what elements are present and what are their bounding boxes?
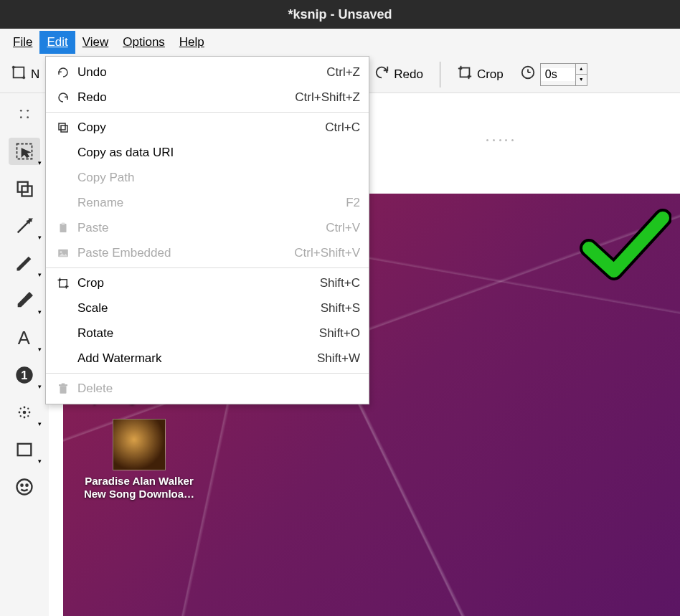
window-title: *ksnip - Unsaved xyxy=(288,7,392,22)
menu-item-rotate[interactable]: Rotate Shift+O xyxy=(46,321,369,346)
svg-point-26 xyxy=(19,412,21,414)
menu-options[interactable]: Options xyxy=(115,31,172,54)
svg-point-25 xyxy=(23,411,27,414)
desktop-icon-2-label: Paradise Alan Walker New Song Downloa… xyxy=(82,475,197,502)
delay-step-up[interactable]: ▲ xyxy=(576,64,587,75)
redo-icon xyxy=(374,65,389,84)
trash-icon xyxy=(55,382,72,395)
menu-item-copy[interactable]: Copy Ctrl+C xyxy=(46,115,369,140)
menu-file[interactable]: File xyxy=(6,31,39,54)
menu-item-copy-path: Copy Path xyxy=(46,165,369,190)
tool-number[interactable]: 1 ▾ xyxy=(9,361,40,389)
svg-point-30 xyxy=(20,408,22,409)
tool-grip[interactable] xyxy=(9,100,40,128)
tool-select[interactable]: ▾ xyxy=(9,138,40,165)
tool-marker[interactable]: ▾ xyxy=(9,287,40,314)
menu-item-crop[interactable]: Crop Shift+C xyxy=(46,270,369,295)
tool-duplicate[interactable] xyxy=(9,175,40,202)
menu-edit[interactable]: Edit xyxy=(39,31,75,54)
svg-rect-38 xyxy=(59,123,65,130)
svg-point-36 xyxy=(21,485,22,486)
svg-rect-34 xyxy=(18,444,32,455)
desktop-icon-2[interactable]: Paradise Alan Walker New Song Downloa… xyxy=(82,419,197,502)
menu-item-rename: Rename F2 xyxy=(46,190,369,215)
copy-icon xyxy=(55,121,72,134)
menubar: File Edit View Options Help xyxy=(0,29,680,56)
crop-button[interactable]: Crop xyxy=(450,61,510,87)
tool-blur[interactable]: ▾ xyxy=(9,399,40,426)
thumbnail-icon xyxy=(113,419,166,470)
svg-point-29 xyxy=(24,417,26,419)
delay-input-box[interactable]: ▲ ▼ xyxy=(540,63,587,86)
svg-point-37 xyxy=(26,485,27,486)
svg-point-15 xyxy=(20,116,22,118)
image-icon xyxy=(55,247,72,260)
menu-item-watermark[interactable]: Add Watermark Shift+W xyxy=(46,346,369,371)
menu-item-redo[interactable]: Redo Ctrl+Shift+Z xyxy=(46,85,369,110)
crop-rect-icon xyxy=(11,65,27,84)
tool-pen[interactable]: ▾ xyxy=(9,250,40,277)
menu-item-undo[interactable]: Undo Ctrl+Z xyxy=(46,60,369,85)
tool-sticker[interactable] xyxy=(9,473,40,501)
new-button[interactable]: N xyxy=(4,61,46,87)
svg-rect-39 xyxy=(61,125,67,132)
svg-point-32 xyxy=(20,415,22,417)
svg-point-35 xyxy=(17,480,32,495)
crop-icon xyxy=(55,277,72,290)
redo-icon xyxy=(55,91,72,104)
svg-point-13 xyxy=(20,110,22,112)
svg-text:A: A xyxy=(18,328,31,348)
menu-item-paste-embedded: Paste Embedded Ctrl+Shift+V xyxy=(46,240,369,265)
undo-icon xyxy=(55,66,72,79)
redo-button[interactable]: Redo xyxy=(367,61,430,87)
window-titlebar: *ksnip - Unsaved xyxy=(0,0,680,29)
checkmark-annotation[interactable] xyxy=(578,205,671,287)
drag-handle-icon[interactable] xyxy=(486,139,514,143)
svg-point-27 xyxy=(29,412,31,414)
tool-text[interactable]: A ▾ xyxy=(9,324,40,351)
svg-point-43 xyxy=(60,251,62,253)
menu-item-scale[interactable]: Scale Shift+S xyxy=(46,295,369,321)
svg-rect-50 xyxy=(59,384,67,386)
paste-icon xyxy=(55,222,72,234)
svg-rect-5 xyxy=(461,68,470,77)
svg-point-33 xyxy=(27,415,29,417)
edit-menu-dropdown: Undo Ctrl+Z Redo Ctrl+Shift+Z Copy Ctrl+… xyxy=(45,56,369,404)
tool-arrow[interactable]: ▾ xyxy=(9,212,40,240)
tool-rect[interactable]: ▾ xyxy=(9,436,40,463)
new-label: N xyxy=(31,67,39,82)
delay-input[interactable] xyxy=(541,68,575,81)
svg-point-31 xyxy=(27,408,29,409)
toolbar-separator xyxy=(440,62,440,87)
crop-icon xyxy=(457,65,473,84)
menu-help[interactable]: Help xyxy=(172,31,212,54)
svg-point-16 xyxy=(27,116,29,118)
svg-rect-0 xyxy=(14,67,24,78)
svg-point-14 xyxy=(27,110,29,112)
svg-rect-49 xyxy=(60,386,67,394)
tool-sidebar: ▾ ▾ ▾ ▾ A ▾ 1 ▾ ▾ ▾ xyxy=(0,93,49,616)
svg-point-28 xyxy=(24,407,26,409)
svg-rect-51 xyxy=(62,383,65,384)
menu-view[interactable]: View xyxy=(75,31,116,54)
menu-item-paste: Paste Ctrl+V xyxy=(46,215,369,240)
redo-label: Redo xyxy=(394,67,423,82)
menu-item-delete: Delete xyxy=(46,376,369,401)
svg-rect-41 xyxy=(62,222,65,224)
svg-text:1: 1 xyxy=(21,369,27,382)
clock-icon xyxy=(520,65,536,84)
delay-step-down[interactable]: ▼ xyxy=(576,75,587,85)
crop-label: Crop xyxy=(477,67,504,82)
svg-rect-40 xyxy=(60,224,67,232)
menu-item-copy-uri[interactable]: Copy as data URI xyxy=(46,140,369,165)
svg-rect-44 xyxy=(60,279,67,287)
